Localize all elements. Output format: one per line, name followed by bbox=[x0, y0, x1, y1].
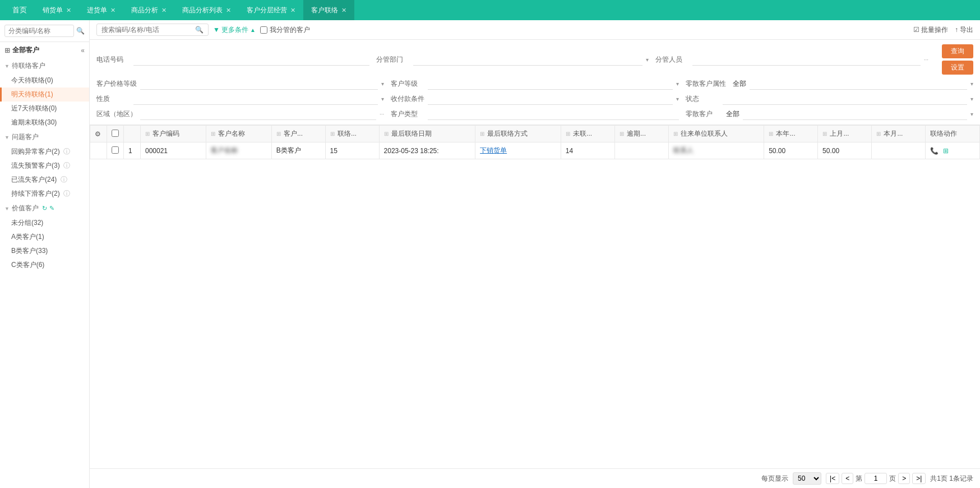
sidebar-item-churned[interactable]: 已流失客户(24) ⓘ bbox=[0, 173, 89, 187]
col-overdue[interactable]: ⊞ 逾期... bbox=[614, 126, 668, 142]
close-purchase-icon[interactable]: ✕ bbox=[110, 7, 115, 14]
price-level-input[interactable] bbox=[140, 78, 378, 90]
prev-page-btn[interactable]: < bbox=[842, 473, 853, 484]
first-page-btn[interactable]: |< bbox=[826, 473, 839, 484]
col-name[interactable]: ⊞ 客户名称 bbox=[206, 126, 271, 142]
sidebar-item-repurchase-abnormal[interactable]: 回购异常客户(2) ⓘ bbox=[0, 145, 89, 159]
phone-label: 电话号码 bbox=[96, 55, 130, 65]
manager-input[interactable] bbox=[692, 54, 920, 66]
main-search-icon[interactable]: 🔍 bbox=[195, 26, 204, 34]
nav-customer-contact[interactable]: 客户联络 ✕ bbox=[303, 0, 354, 20]
settings-btn[interactable]: 设置 bbox=[942, 61, 973, 75]
status-input[interactable] bbox=[723, 93, 967, 105]
row-last-method-cell[interactable]: 下销货单 bbox=[475, 142, 561, 159]
my-customers-check[interactable] bbox=[260, 26, 267, 34]
col-type[interactable]: ⊞ 客户... bbox=[271, 126, 325, 142]
sidebar-item-week7[interactable]: 近7天待联络(0) bbox=[0, 102, 89, 116]
col-checkbox[interactable] bbox=[107, 126, 124, 142]
status-label: 状态 bbox=[686, 94, 719, 104]
nature-input[interactable] bbox=[133, 93, 378, 105]
sidebar-item-class-b[interactable]: B类客户(33) bbox=[0, 244, 89, 258]
close-customer-tier-icon[interactable]: ✕ bbox=[290, 7, 295, 14]
sidebar-item-churn-warning[interactable]: 流失预警客户(3) ⓘ bbox=[0, 159, 89, 173]
export-btn[interactable]: ↑ 导出 bbox=[955, 25, 973, 35]
export-icon: ↑ bbox=[955, 26, 958, 34]
page-number-input[interactable] bbox=[865, 473, 887, 484]
nav-customer-tier[interactable]: 客户分层经营 ✕ bbox=[239, 0, 303, 20]
bulk-ops-btn[interactable]: ☑ 批量操作 bbox=[913, 25, 948, 35]
row-checkbox[interactable] bbox=[112, 146, 119, 154]
sidebar-search-icon[interactable]: 🔍 bbox=[76, 27, 85, 35]
col-last-contact-method[interactable]: ⊞ 最后联络方式 bbox=[475, 126, 561, 142]
close-customer-contact-icon[interactable]: ✕ bbox=[341, 7, 346, 14]
nav-product-analysis-list[interactable]: 商品分析列表 ✕ bbox=[174, 0, 239, 20]
col-code[interactable]: ⊞ 客户编码 bbox=[141, 126, 206, 142]
region-input[interactable] bbox=[140, 108, 376, 120]
phone-input[interactable] bbox=[133, 54, 369, 66]
col-current-year[interactable]: ⊞ 本年... bbox=[764, 126, 818, 142]
edit-icon[interactable]: ✎ bbox=[49, 205, 54, 212]
my-customers-checkbox[interactable]: 我分管的客户 bbox=[260, 25, 310, 35]
payment-input[interactable] bbox=[428, 93, 672, 105]
row-last-month-cell: 50.00 bbox=[818, 142, 872, 159]
sidebar-item-class-c[interactable]: C类客户(6) bbox=[0, 258, 89, 272]
next-page-btn[interactable]: > bbox=[898, 473, 910, 484]
col-contact-person[interactable]: ⊞ 往来单位联系人 bbox=[668, 126, 764, 142]
dept-input[interactable] bbox=[413, 54, 643, 66]
region-more-icon[interactable]: ··· bbox=[380, 111, 384, 117]
sidebar-item-today[interactable]: 今天待联络(0) bbox=[0, 73, 89, 88]
col-code-icon: ⊞ bbox=[145, 131, 150, 137]
last-method-link[interactable]: 下销货单 bbox=[480, 146, 507, 154]
sidebar-item-tomorrow[interactable]: 明天待联络(1) bbox=[0, 88, 89, 102]
dept-dropdown-icon[interactable]: ▾ bbox=[646, 57, 649, 63]
settings-col-icon[interactable]: ⚙ bbox=[95, 130, 101, 138]
retail-attr-dropdown-icon[interactable]: ▾ bbox=[970, 81, 973, 87]
nav-sales[interactable]: 销货单 ✕ bbox=[35, 0, 79, 20]
nav-product-analysis[interactable]: 商品分析 ✕ bbox=[123, 0, 174, 20]
query-btn[interactable]: 查询 bbox=[942, 44, 973, 58]
col-settings[interactable]: ⚙ bbox=[90, 126, 107, 142]
pending-group-title[interactable]: 待联络客户 bbox=[0, 58, 89, 73]
collapse-icon[interactable]: « bbox=[81, 47, 85, 54]
close-product-analysis-icon[interactable]: ✕ bbox=[161, 7, 167, 14]
close-product-list-icon[interactable]: ✕ bbox=[226, 7, 231, 14]
close-sales-icon[interactable]: ✕ bbox=[66, 7, 71, 14]
action-phone-icon[interactable]: 📞 bbox=[930, 147, 939, 155]
retail-customer-dropdown-icon[interactable]: ▾ bbox=[970, 111, 973, 117]
sidebar-item-class-a[interactable]: A类客户(1) bbox=[0, 230, 89, 244]
sidebar-item-overdue[interactable]: 逾期未联络(30) bbox=[0, 116, 89, 130]
action-grid-icon[interactable]: ⊞ bbox=[943, 147, 949, 155]
manager-more-icon[interactable]: ··· bbox=[924, 57, 928, 63]
more-conditions-btn[interactable]: ▼ 更多条件 ▲ bbox=[213, 25, 256, 35]
problem-group-title[interactable]: 问题客户 bbox=[0, 130, 89, 145]
retail-customer-input[interactable] bbox=[743, 108, 967, 120]
main-search-input[interactable] bbox=[101, 26, 195, 34]
last-page-btn[interactable]: >| bbox=[912, 473, 926, 484]
retail-attr-input[interactable] bbox=[750, 78, 967, 90]
payment-dropdown-icon[interactable]: ▾ bbox=[676, 96, 679, 102]
sidebar-item-ungrouped[interactable]: 未分组(32) bbox=[0, 216, 89, 230]
price-level-dropdown-icon[interactable]: ▾ bbox=[381, 81, 384, 87]
page-size-label: 每页显示 bbox=[761, 474, 788, 484]
customer-type-input[interactable] bbox=[428, 108, 678, 120]
row-type-cell: B类客户 bbox=[271, 142, 325, 159]
nav-home[interactable]: 首页 bbox=[4, 0, 35, 20]
value-group-title[interactable]: 价值客户 ↻ ✎ bbox=[0, 201, 89, 216]
select-all-checkbox[interactable] bbox=[112, 130, 119, 137]
sidebar-search-input[interactable] bbox=[4, 25, 74, 37]
row-checkbox-cell[interactable] bbox=[107, 142, 124, 159]
col-contact[interactable]: ⊞ 联络... bbox=[325, 126, 379, 142]
col-current-month[interactable]: ⊞ 本月... bbox=[872, 126, 926, 142]
customer-level-dropdown-icon[interactable]: ▾ bbox=[676, 81, 679, 87]
customer-level-input[interactable] bbox=[428, 78, 672, 90]
page-size-select[interactable]: 50 100 200 bbox=[793, 472, 821, 485]
col-last-contact-date[interactable]: ⊞ 最后联络日期 bbox=[379, 126, 475, 142]
nature-dropdown-icon[interactable]: ▾ bbox=[381, 96, 384, 102]
refresh-icon[interactable]: ↻ bbox=[42, 205, 47, 212]
nav-purchase[interactable]: 进货单 ✕ bbox=[79, 0, 123, 20]
col-uncontacted[interactable]: ⊞ 未联... bbox=[561, 126, 614, 142]
sidebar-item-declining[interactable]: 持续下滑客户(2) ⓘ bbox=[0, 187, 89, 201]
status-dropdown-icon[interactable]: ▾ bbox=[970, 96, 973, 102]
col-last-month[interactable]: ⊞ 上月... bbox=[818, 126, 872, 142]
main-layout: 🔍 ⊞ 全部客户 « 待联络客户 今天待联络(0) 明天待联络(1) 近7天待联… bbox=[0, 20, 980, 488]
